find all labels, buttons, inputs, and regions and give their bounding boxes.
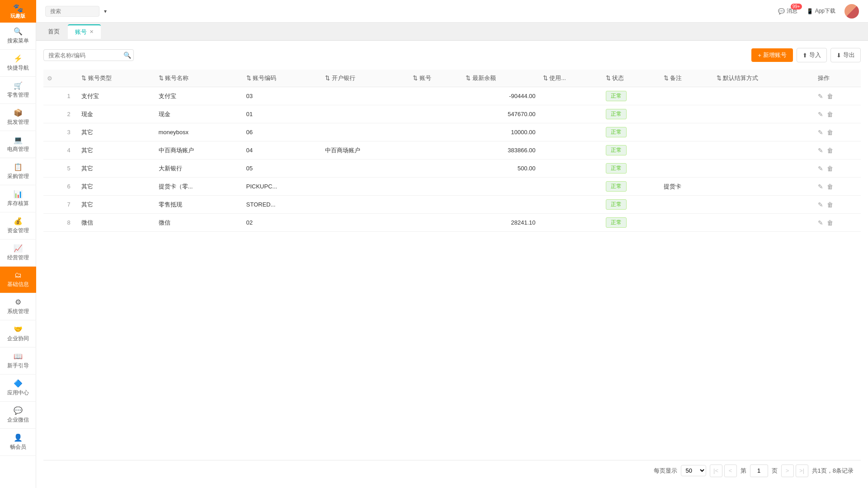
sidebar-item-retail-label: 零售管理: [2, 91, 34, 99]
gear-settings-icon[interactable]: ⚙: [47, 75, 52, 82]
tab-account[interactable]: 账号 ✕: [68, 24, 101, 39]
delete-icon[interactable]: 🗑: [827, 129, 833, 136]
sidebar-item-finance[interactable]: 💰 资金管理: [0, 212, 36, 239]
add-account-button[interactable]: + 新增账号: [751, 48, 793, 62]
sidebar-item-search[interactable]: 🔍 搜索菜单: [0, 23, 36, 50]
sidebar-item-guide[interactable]: 📖 新手引导: [0, 347, 36, 375]
sidebar-item-guide-label: 新手引导: [2, 362, 34, 370]
sidebar-item-wholesale[interactable]: 📦 批发管理: [0, 104, 36, 131]
status-badge: 正常: [606, 127, 627, 137]
sidebar-item-operation[interactable]: 📈 经营管理: [0, 239, 36, 267]
col-default-pay-header[interactable]: ⇅ 默认结算方式: [713, 70, 814, 87]
content-area: 🔍 + 新增账号 ⬆ 导入 ⬇ 导出: [36, 41, 868, 488]
tab-account-close[interactable]: ✕: [90, 29, 94, 35]
app-download-button[interactable]: 📱 App下载: [807, 7, 835, 15]
row-usage: [539, 87, 602, 105]
sidebar-item-ecommerce[interactable]: 💻 电商管理: [0, 131, 36, 158]
row-usage: [539, 160, 602, 178]
row-usage: [539, 141, 602, 160]
row-balance: [462, 196, 539, 214]
col-name-header[interactable]: ⇅ 账号名称: [155, 70, 243, 87]
topbar-dropdown-icon[interactable]: ▾: [104, 8, 107, 14]
tab-home[interactable]: 首页: [41, 24, 67, 39]
status-badge: 正常: [606, 91, 627, 101]
row-bank: 中百商场账户: [321, 141, 409, 160]
row-actions: ✎ 🗑: [814, 87, 861, 105]
ecommerce-icon: 💻: [2, 136, 34, 144]
page-nav: |< < 第 页 > >|: [710, 465, 808, 477]
row-default-pay: [713, 196, 814, 214]
account-search-input[interactable]: [48, 52, 121, 59]
row-gear-cell: [43, 123, 60, 141]
export-button[interactable]: ⬇ 导出: [830, 48, 861, 62]
delete-icon[interactable]: 🗑: [827, 165, 833, 172]
table-row: 4 其它 中百商场账户 04 中百商场账户 383866.00 正常 ✎ 🗑: [43, 141, 861, 160]
member-icon: 👤: [2, 433, 34, 442]
page-last-button[interactable]: >|: [796, 465, 808, 477]
col-status-header[interactable]: ⇅ 状态: [602, 70, 660, 87]
row-remark: [660, 214, 713, 232]
sidebar-item-system[interactable]: ⚙ 系统管理: [0, 293, 36, 320]
row-code: 06: [243, 123, 322, 141]
edit-icon[interactable]: ✎: [818, 165, 823, 172]
delete-icon[interactable]: 🗑: [827, 183, 833, 190]
edit-icon[interactable]: ✎: [818, 111, 823, 118]
col-type-header[interactable]: ⇅ 账号类型: [78, 70, 155, 87]
search-icon[interactable]: 🔍: [123, 52, 131, 59]
row-index: 2: [60, 105, 78, 123]
col-bank-header[interactable]: ⇅ 开户银行: [321, 70, 409, 87]
edit-icon[interactable]: ✎: [818, 93, 823, 100]
sidebar-item-member[interactable]: 👤 畅会员: [0, 429, 36, 456]
sidebar-item-retail[interactable]: 🛒 零售管理: [0, 77, 36, 104]
row-status: 正常: [602, 196, 660, 214]
delete-icon[interactable]: 🗑: [827, 201, 833, 208]
table-row: 6 其它 提货卡（零... PICKUPC... 正常 提货卡 ✎ 🗑: [43, 178, 861, 196]
edit-icon[interactable]: ✎: [818, 201, 823, 208]
col-name-label: ⇅ 账号名称: [159, 75, 189, 81]
col-balance-header[interactable]: ⇅ 最新余额: [462, 70, 539, 87]
page-input[interactable]: [750, 465, 768, 477]
sidebar-item-member-label: 畅会员: [2, 443, 34, 451]
sidebar-item-inventory[interactable]: 📊 库存核算: [0, 185, 36, 212]
page-first-button[interactable]: |<: [710, 465, 722, 477]
row-type: 其它: [78, 160, 155, 178]
sidebar-item-wechat[interactable]: 💬 企业微信: [0, 402, 36, 429]
operation-icon: 📈: [2, 244, 34, 253]
row-index: 3: [60, 123, 78, 141]
sidebar-item-purchase[interactable]: 📋 采购管理: [0, 158, 36, 185]
col-action-header: 操作: [814, 70, 861, 87]
delete-icon[interactable]: 🗑: [827, 111, 833, 118]
delete-icon[interactable]: 🗑: [827, 93, 833, 100]
import-button[interactable]: ⬆ 导入: [797, 48, 827, 62]
col-remark-header[interactable]: ⇅ 备注: [660, 70, 713, 87]
page-next-button[interactable]: >: [781, 465, 794, 477]
col-account-no-header[interactable]: ⇅ 账号: [409, 70, 462, 87]
col-code-header[interactable]: ⇅ 账号编码: [243, 70, 322, 87]
sidebar-item-basic[interactable]: 🗂 基础信息: [0, 267, 36, 293]
col-usage-header[interactable]: ⇅ 使用...: [539, 70, 602, 87]
sidebar-item-cooperation[interactable]: 🤝 企业协同: [0, 320, 36, 347]
topbar-search-input[interactable]: [45, 6, 99, 17]
table-row: 1 支付宝 支付宝 03 -90444.00 正常 ✎ 🗑: [43, 87, 861, 105]
page-suffix: 页: [772, 467, 778, 475]
sidebar-item-search-label: 搜索菜单: [2, 37, 34, 45]
edit-icon[interactable]: ✎: [818, 219, 823, 226]
delete-icon[interactable]: 🗑: [827, 219, 833, 226]
sidebar-item-shortcut[interactable]: ⚡ 快捷导航: [0, 50, 36, 77]
row-balance: [462, 178, 539, 196]
page-prev-button[interactable]: <: [724, 465, 737, 477]
user-avatar[interactable]: [844, 4, 859, 19]
topbar-right: 💬 消息 99+ 📱 App下载: [778, 4, 859, 19]
row-default-pay: [713, 141, 814, 160]
sidebar-item-cooperation-label: 企业协同: [2, 335, 34, 343]
edit-icon[interactable]: ✎: [818, 183, 823, 190]
edit-icon[interactable]: ✎: [818, 129, 823, 136]
messages-button[interactable]: 💬 消息 99+: [778, 7, 797, 15]
edit-icon[interactable]: ✎: [818, 147, 823, 154]
sidebar-item-inventory-label: 库存核算: [2, 200, 34, 207]
row-bank: [321, 214, 409, 232]
delete-icon[interactable]: 🗑: [827, 147, 833, 154]
page-size-select[interactable]: 50 100: [681, 465, 706, 476]
export-icon: ⬇: [836, 52, 841, 59]
sidebar-item-apps[interactable]: 🔷 应用中心: [0, 375, 36, 402]
